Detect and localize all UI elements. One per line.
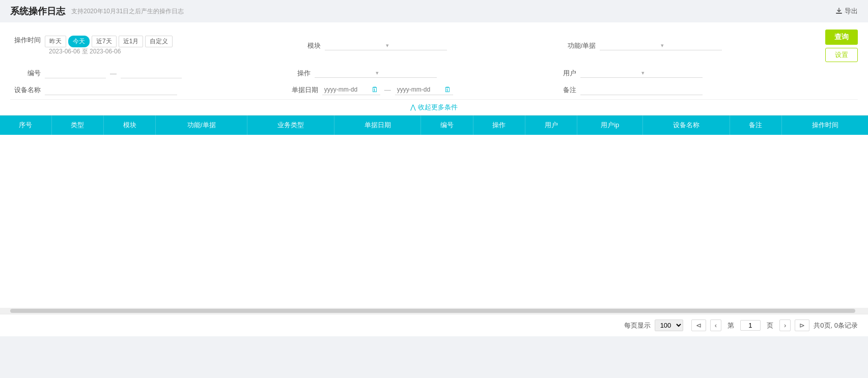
function-arrow-icon: ▾: [661, 42, 720, 49]
svg-rect-0: [836, 13, 842, 14]
table-container: 序号 类型 模块 功能/单据 业务类型 单据日期 编号 操作 用户 用户ip 设…: [0, 115, 868, 135]
data-table: 序号 类型 模块 功能/单据 业务类型 单据日期 编号 操作 用户 用户ip 设…: [0, 115, 868, 135]
col-date: 单据日期: [334, 115, 421, 135]
date-from-wrap: 🗓: [322, 84, 380, 95]
remark-input[interactable]: [580, 85, 703, 95]
serial-from-input[interactable]: [45, 68, 106, 78]
export-button[interactable]: 导出: [835, 7, 858, 16]
time-btn-custom[interactable]: 自定义: [145, 36, 173, 47]
function-select[interactable]: ▾: [600, 41, 722, 50]
collapse-bar[interactable]: ⋀ 收起更多条件: [10, 99, 858, 115]
scrollbar-area[interactable]: [0, 308, 868, 314]
time-range: 2023-06-06 至 2023-06-06: [49, 47, 173, 56]
time-btn-today[interactable]: 今天: [68, 36, 90, 47]
page-subtitle: 支持2020年10月31日之后产生的操作日志: [71, 7, 184, 16]
time-btn-yesterday[interactable]: 昨天: [45, 36, 66, 47]
date-label: 单据日期: [290, 85, 318, 95]
col-optime: 操作时间: [782, 115, 868, 135]
col-user: 用户: [525, 115, 577, 135]
query-button[interactable]: 查询: [825, 30, 858, 45]
page-title: 系统操作日志: [10, 5, 65, 17]
col-biztype: 业务类型: [247, 115, 334, 135]
user-label: 用户: [546, 69, 576, 78]
first-page-button[interactable]: ⊲: [691, 319, 706, 331]
col-device: 设备名称: [643, 115, 730, 135]
module-select[interactable]: ▾: [325, 41, 447, 50]
per-page-select[interactable]: 100 50 200: [655, 319, 683, 331]
col-module: 模块: [103, 115, 155, 135]
operation-select[interactable]: ▾: [315, 69, 437, 78]
serial-dash: —: [110, 70, 117, 77]
user-arrow-icon: ▾: [641, 70, 701, 76]
scrollbar-thumb: [10, 309, 855, 313]
prev-page-button[interactable]: ‹: [710, 319, 721, 331]
export-icon: [835, 8, 843, 15]
empty-area: [0, 135, 868, 308]
operation-label: 操作: [290, 69, 311, 78]
col-serial: 序号: [0, 115, 51, 135]
calendar-to-icon[interactable]: 🗓: [444, 85, 451, 94]
collapse-label: 收起更多条件: [418, 103, 458, 111]
settings-button[interactable]: 设置: [825, 48, 858, 62]
time-btn-7days[interactable]: 近7天: [92, 36, 117, 47]
table-header-row: 序号 类型 模块 功能/单据 业务类型 单据日期 编号 操作 用户 用户ip 设…: [0, 115, 868, 135]
filter-row-2: 编号 — 操作 ▾ 用户 ▾: [10, 68, 858, 78]
time-buttons: 昨天 今天 近7天 近1月 自定义: [45, 36, 173, 47]
date-to-input[interactable]: [397, 86, 443, 93]
function-label: 功能/单据: [565, 41, 596, 50]
next-page-button[interactable]: ›: [779, 319, 791, 331]
remark-label: 备注: [546, 85, 576, 95]
col-operation: 操作: [473, 115, 525, 135]
module-label: 模块: [300, 41, 321, 50]
filter-area: 操作时间 昨天 今天 近7天 近1月 自定义 2023-06-06 至 2023…: [0, 22, 868, 115]
date-to-wrap: 🗓: [395, 84, 453, 95]
time-btn-1month[interactable]: 近1月: [119, 36, 144, 47]
col-function: 功能/单据: [156, 115, 247, 135]
pagination-bar: 每页显示 100 50 200 ⊲ ‹ 第 页 › ⊳ 共0页, 0条记录: [0, 314, 868, 336]
device-label: 设备名称: [10, 85, 41, 95]
operation-arrow-icon: ▾: [376, 70, 435, 76]
table-header: 序号 类型 模块 功能/单据 业务类型 单据日期 编号 操作 用户 用户ip 设…: [0, 115, 868, 135]
user-select[interactable]: ▾: [580, 69, 703, 78]
date-from-input[interactable]: [324, 86, 370, 93]
page-label: 第: [727, 321, 734, 330]
col-remark: 备注: [730, 115, 781, 135]
filter-row-3: 设备名称 单据日期 🗓 — 🗓 备注: [10, 84, 858, 95]
page-unit: 页: [767, 321, 773, 330]
time-label: 操作时间: [10, 36, 41, 45]
collapse-icon: ⋀: [410, 103, 416, 111]
date-dash: —: [384, 86, 391, 94]
col-type: 类型: [51, 115, 103, 135]
serial-label: 编号: [10, 69, 41, 78]
action-buttons: 查询 设置: [825, 30, 858, 62]
page-header: 系统操作日志 支持2020年10月31日之后产生的操作日志 导出: [0, 0, 868, 22]
page-input[interactable]: [740, 320, 761, 331]
serial-to-input[interactable]: [121, 68, 182, 78]
module-arrow-icon: ▾: [386, 42, 445, 49]
col-number: 编号: [421, 115, 473, 135]
col-userip: 用户ip: [577, 115, 643, 135]
filter-row-1: 操作时间 昨天 今天 近7天 近1月 自定义 2023-06-06 至 2023…: [10, 30, 858, 62]
total-label: 共0页, 0条记录: [814, 321, 858, 330]
device-input[interactable]: [45, 85, 177, 95]
last-page-button[interactable]: ⊳: [795, 319, 809, 331]
per-page-label: 每页显示: [624, 321, 651, 330]
calendar-from-icon[interactable]: 🗓: [371, 85, 378, 94]
